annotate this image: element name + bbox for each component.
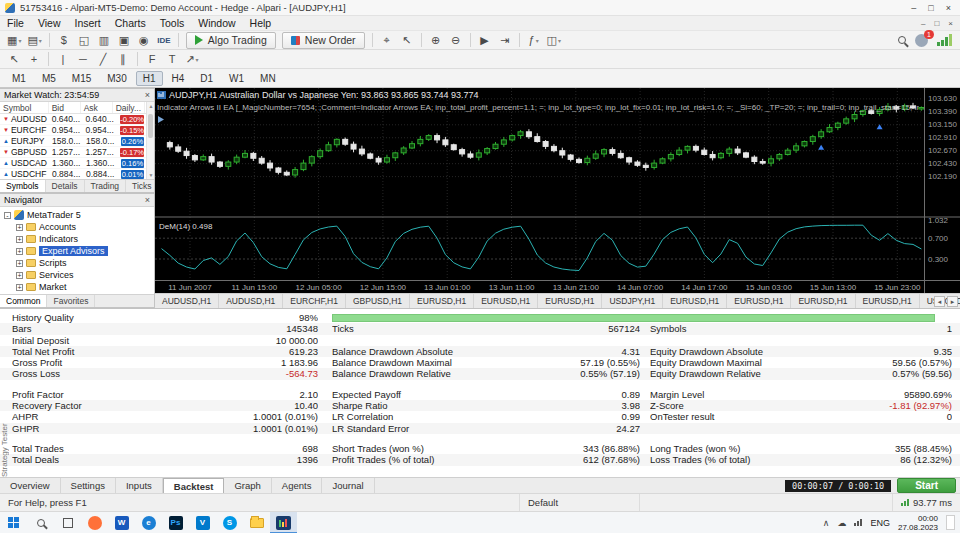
trendline-icon[interactable]: ╱ — [94, 51, 112, 67]
tester-tab-graph[interactable]: Graph — [224, 478, 271, 493]
taskbar-clock[interactable]: 00:00 27.08.2023 — [898, 514, 938, 532]
cursor-mode-icon[interactable]: ↖ — [398, 32, 416, 48]
status-profile[interactable]: Default — [520, 494, 640, 511]
chart-tab[interactable]: EURUSD,H1 — [727, 294, 791, 308]
chart-tab[interactable]: EURUSD,H1 — [663, 294, 727, 308]
connection-status-icon[interactable] — [937, 34, 952, 46]
algo-trading-button[interactable]: Algo Trading — [186, 32, 276, 49]
word-icon[interactable]: W — [108, 512, 135, 533]
mdi-restore-icon[interactable]: □ — [934, 19, 939, 28]
mdi-close-icon[interactable]: × — [948, 19, 953, 28]
fibonacci-retracement-icon[interactable]: F — [143, 51, 161, 67]
firefox-icon[interactable] — [81, 512, 108, 533]
notification-center-icon[interactable] — [946, 515, 955, 530]
timeframe-h1[interactable]: H1 — [136, 71, 163, 86]
menu-help[interactable]: Help — [243, 16, 279, 30]
tester-tab-backtest[interactable]: Backtest — [163, 478, 225, 493]
market-watch-close-icon[interactable]: × — [145, 90, 150, 100]
timeframe-d1[interactable]: D1 — [193, 71, 220, 86]
expand-icon[interactable]: + — [16, 272, 23, 279]
expand-icon[interactable]: + — [16, 260, 23, 267]
crosshair-icon[interactable]: + — [25, 51, 43, 67]
navigator-item-accounts[interactable]: +Accounts — [0, 221, 154, 233]
navigator-item-services[interactable]: +Services — [0, 269, 154, 281]
data-window-icon[interactable]: ◱ — [75, 32, 93, 48]
menu-file[interactable]: File — [0, 16, 31, 30]
market-watch-toggle-icon[interactable]: $ — [55, 32, 73, 48]
chart-tab[interactable]: USDJPY,H1 — [602, 294, 663, 308]
tester-tab-journal[interactable]: Journal — [322, 478, 374, 493]
menu-insert[interactable]: Insert — [68, 16, 108, 30]
navigator-item-expert-advisors[interactable]: +Expert Advisors — [0, 245, 154, 257]
navigator-item-indicators[interactable]: +Indicators — [0, 233, 154, 245]
timeframe-w1[interactable]: W1 — [222, 71, 251, 86]
market-watch-row[interactable]: ▼EURCHF0.954...0.954...-0.15% — [0, 125, 154, 136]
tester-tab-inputs[interactable]: Inputs — [116, 478, 163, 493]
tester-tab-overview[interactable]: Overview — [0, 478, 61, 493]
scroll-up-icon[interactable]: ▲ — [147, 103, 155, 109]
objects-list-icon[interactable]: ◫▾ — [545, 32, 563, 48]
chart-shift-icon[interactable]: ⇥ — [496, 32, 514, 48]
timeframe-m30[interactable]: M30 — [100, 71, 133, 86]
skype-icon[interactable]: S — [216, 512, 243, 533]
column-header-ask[interactable]: Ask — [81, 102, 113, 113]
menu-charts[interactable]: Charts — [108, 16, 153, 30]
metatrader-icon[interactable] — [270, 512, 297, 533]
zoom-out-icon[interactable]: ⊖ — [447, 32, 465, 48]
chart-area[interactable]: 103.630103.390103.150102.910102.670102.4… — [155, 88, 960, 293]
explorer-icon[interactable] — [243, 512, 270, 533]
navigator-close-icon[interactable]: × — [145, 195, 150, 205]
new-order-button[interactable]: New Order — [282, 32, 365, 49]
auto-scroll-icon[interactable]: ▶ — [476, 32, 494, 48]
terminal-toggle-icon[interactable]: ▣ — [115, 32, 133, 48]
chart-tab[interactable]: EURUSD,H1 — [791, 294, 855, 308]
timeframe-h4[interactable]: H4 — [165, 71, 192, 86]
menu-window[interactable]: Window — [191, 16, 242, 30]
photoshop-icon[interactable]: Ps — [162, 512, 189, 533]
network-icon[interactable] — [854, 519, 862, 526]
timeframe-m15[interactable]: M15 — [65, 71, 98, 86]
vscode-icon[interactable]: V — [189, 512, 216, 533]
search-icon[interactable] — [898, 36, 906, 44]
expand-icon[interactable]: + — [16, 236, 23, 243]
metaeditor-icon[interactable]: IDE — [155, 32, 173, 48]
market-watch-row[interactable]: ▼AUDUSD0.640...0.640...-0.20% — [0, 114, 154, 125]
price-chart[interactable]: 103.630103.390103.150102.910102.670102.4… — [155, 88, 960, 293]
navigator-toggle-icon[interactable]: ▥ — [95, 32, 113, 48]
arrows-icon[interactable]: ↗▾ — [183, 51, 201, 67]
task-view-button[interactable] — [54, 512, 81, 533]
hidden-icons-chevron[interactable]: ∧ — [823, 518, 830, 528]
tab-common[interactable]: Common — [0, 295, 47, 307]
notifications-icon[interactable]: 1 — [915, 34, 928, 47]
tester-tab-agents[interactable]: Agents — [272, 478, 323, 493]
close-icon[interactable]: × — [946, 3, 951, 13]
tab-favorites[interactable]: Favorites — [47, 295, 95, 307]
zoom-in-icon[interactable]: ⊕ — [427, 32, 445, 48]
text-label-icon[interactable]: T — [163, 51, 181, 67]
minimize-icon[interactable]: – — [911, 3, 916, 13]
equidistant-channel-icon[interactable]: ∥ — [114, 51, 132, 67]
cursor-icon[interactable]: ↖ — [5, 51, 23, 67]
chart-tabs-scroll-right-icon[interactable]: ▸ — [947, 296, 958, 307]
expand-icon[interactable]: + — [16, 248, 23, 255]
market-watch-row[interactable]: ▼GBPUSD1.257...1.257...-0.17% — [0, 147, 154, 158]
strategy-tester-toggle-icon[interactable]: ◉ — [135, 32, 153, 48]
market-watch-row[interactable]: ▲USDCAD1.360...1.360...0.16% — [0, 158, 154, 169]
indicators-icon[interactable]: ƒ▾ — [525, 32, 543, 48]
market-watch-row[interactable]: ▲EURJPY158.0...158.0...0.26% — [0, 136, 154, 147]
tab-details[interactable]: Details — [46, 180, 85, 192]
scroll-down-icon[interactable]: ▼ — [147, 172, 155, 178]
navigator-root[interactable]: -MetaTrader 5 — [0, 209, 154, 221]
market-watch-scrollbar[interactable]: ▲ ▼ — [146, 102, 154, 179]
menu-view[interactable]: View — [31, 16, 68, 30]
maximize-icon[interactable]: □ — [928, 3, 933, 13]
new-chart-icon[interactable]: ▦▾ — [5, 32, 23, 48]
expand-icon[interactable]: + — [16, 224, 23, 231]
tab-symbols[interactable]: Symbols — [0, 180, 46, 192]
chart-tab[interactable]: EURUSD,H1 — [856, 294, 920, 308]
vertical-line-icon[interactable]: | — [54, 51, 72, 67]
crosshair-mode-icon[interactable]: ⌖ — [378, 32, 396, 48]
chart-tab[interactable]: AUDUSD,H1 — [155, 294, 219, 308]
collapse-icon[interactable]: - — [4, 212, 11, 219]
chart-tab[interactable]: GBPUSD,H1 — [346, 294, 410, 308]
